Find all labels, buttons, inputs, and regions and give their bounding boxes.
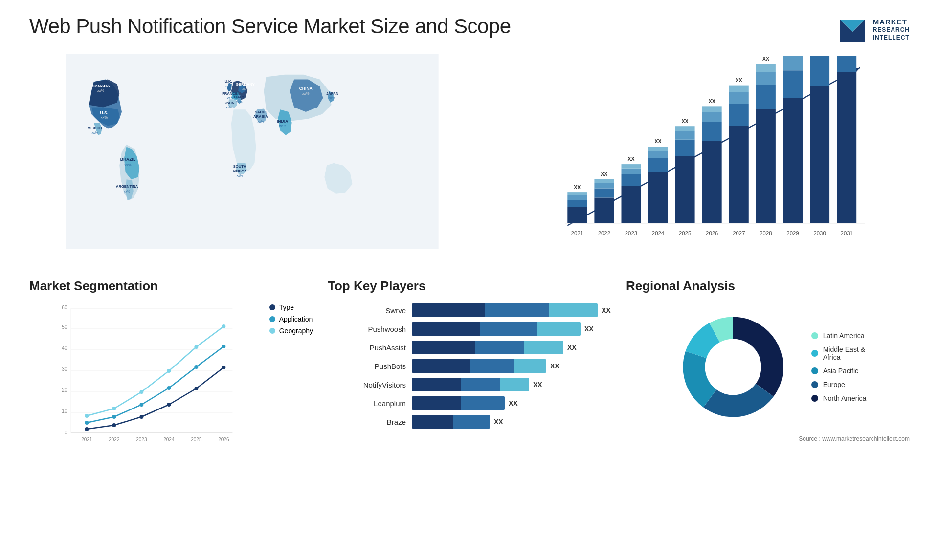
application-label: Application [279, 315, 313, 323]
bar-seg3 [549, 303, 598, 317]
svg-text:XX: XX [628, 156, 635, 162]
svg-text:2030: 2030 [814, 230, 826, 236]
donut-wrap [670, 303, 797, 431]
svg-rect-75 [729, 92, 749, 104]
bar-seg1 [412, 415, 453, 429]
player-bar [412, 378, 529, 391]
player-name: Swrve [328, 306, 406, 315]
donut-svg [670, 303, 797, 431]
svg-rect-95 [837, 56, 857, 72]
application-dot [269, 316, 275, 322]
svg-point-134 [139, 415, 143, 419]
svg-rect-49 [622, 186, 641, 223]
svg-rect-70 [702, 106, 722, 112]
apac-label: Asia Pacific [823, 367, 858, 375]
player-label: XX [494, 418, 503, 426]
seg-panel-inner: 0 10 20 30 40 50 60 2021 2022 [29, 303, 313, 450]
svg-rect-57 [648, 151, 668, 158]
svg-text:XX: XX [709, 99, 715, 104]
regional-legend: Latin America Middle East &Africa Asia P… [811, 332, 867, 402]
seg-legend-geography: Geography [269, 327, 313, 335]
latam-label: Latin America [823, 332, 865, 340]
svg-text:2022: 2022 [598, 230, 610, 236]
svg-text:SAUDI: SAUDI [255, 110, 267, 114]
bar-seg1 [412, 341, 475, 354]
player-name: Braze [328, 418, 406, 426]
svg-rect-69 [702, 112, 722, 122]
svg-point-136 [194, 387, 198, 390]
svg-text:SPAIN: SPAIN [224, 101, 235, 105]
svg-rect-38 [568, 200, 587, 207]
svg-rect-55 [648, 172, 668, 223]
svg-point-127 [112, 415, 116, 419]
europe-dot [811, 381, 818, 388]
segmentation-title: Market Segmentation [29, 279, 313, 294]
bar-seg1 [412, 359, 470, 373]
bar-seg2 [453, 415, 490, 429]
svg-rect-85 [783, 98, 803, 223]
svg-point-128 [139, 403, 143, 407]
svg-text:XX: XX [574, 185, 581, 190]
bar-seg1 [412, 303, 485, 317]
svg-rect-61 [675, 156, 695, 223]
svg-text:xx%: xx% [279, 124, 286, 128]
svg-rect-86 [783, 70, 803, 98]
svg-text:2021: 2021 [571, 230, 583, 236]
svg-text:MEXICO: MEXICO [88, 126, 102, 130]
svg-rect-79 [756, 109, 776, 223]
na-dot [811, 395, 818, 402]
svg-rect-80 [756, 85, 776, 109]
svg-rect-82 [756, 64, 776, 72]
svg-text:2025: 2025 [191, 437, 202, 442]
player-label: XX [567, 344, 577, 351]
svg-rect-90 [810, 86, 830, 223]
svg-text:2026: 2026 [706, 230, 718, 236]
svg-text:U.K.: U.K. [225, 79, 232, 84]
player-row: Pushwoosh XX [328, 322, 611, 336]
map-container: CANADA xx% U.S. xx% MEXICO xx% BRAZIL xx… [29, 54, 475, 259]
bar-seg3 [537, 322, 581, 336]
svg-text:AFRICA: AFRICA [233, 169, 247, 173]
player-bar [412, 396, 505, 410]
legend-item-na: North America [811, 394, 867, 402]
svg-point-129 [167, 386, 171, 390]
svg-text:GERMANY: GERMANY [236, 82, 255, 86]
player-label: XX [602, 306, 611, 314]
svg-rect-40 [568, 192, 587, 195]
svg-text:2026: 2026 [218, 437, 229, 442]
svg-text:xx%: xx% [227, 96, 233, 100]
svg-rect-87 [783, 56, 803, 70]
player-name: Pushwoosh [328, 325, 406, 333]
player-bar [412, 322, 581, 336]
player-name: Leanplum [328, 399, 406, 408]
svg-text:2029: 2029 [787, 230, 799, 236]
svg-text:ARABIA: ARABIA [253, 114, 268, 119]
bar-seg2 [461, 378, 500, 391]
bar-seg3 [514, 359, 546, 373]
bar-seg1 [412, 396, 461, 410]
player-bar-wrap: XX [412, 303, 611, 317]
player-name: PushBots [328, 362, 406, 370]
player-bar-wrap: XX [412, 322, 611, 336]
player-bar-wrap: XX [412, 378, 611, 391]
svg-text:xx%: xx% [236, 100, 243, 104]
svg-rect-76 [729, 86, 749, 92]
svg-point-132 [85, 427, 89, 431]
type-label: Type [279, 303, 294, 311]
svg-rect-91 [810, 56, 830, 86]
regional-title: Regional Analysis [626, 279, 910, 294]
player-bar [412, 415, 490, 429]
svg-text:U.S.: U.S. [100, 110, 109, 115]
svg-text:SOUTH: SOUTH [233, 164, 246, 169]
svg-rect-39 [568, 195, 587, 200]
svg-point-133 [112, 423, 116, 427]
svg-text:xx%: xx% [242, 87, 248, 90]
svg-text:XX: XX [601, 172, 608, 177]
svg-text:xx%: xx% [124, 163, 132, 167]
bar-seg2 [470, 359, 514, 373]
svg-text:xx%: xx% [258, 120, 264, 123]
segmentation-panel: Market Segmentation 0 10 20 30 40 50 60 [29, 279, 313, 450]
svg-text:xx%: xx% [237, 174, 243, 177]
player-bar-wrap: XX [412, 396, 611, 410]
legend-item-apac: Asia Pacific [811, 367, 867, 375]
